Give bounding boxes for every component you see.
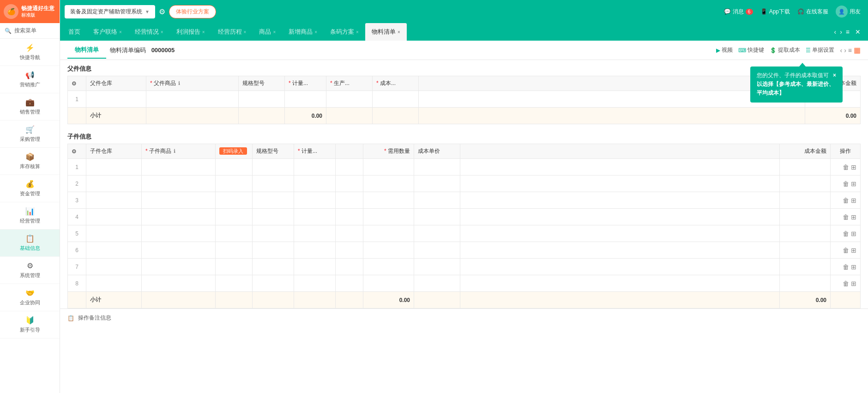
online-service-button[interactable]: 🎧 在线客服 (797, 8, 828, 16)
action-video[interactable]: ▶ 视频 (716, 46, 733, 54)
child-row-6-product[interactable] (142, 242, 216, 259)
tab-barcode[interactable]: 条码方案 × (324, 23, 365, 41)
tab-close-profit[interactable]: × (202, 30, 205, 35)
child-row-6-spec[interactable] (253, 242, 294, 259)
copy-icon[interactable]: ⊞ (851, 163, 856, 171)
pagination-next[interactable]: › (844, 47, 846, 54)
sidebar-item-basic-info[interactable]: 📋 基础信息 (0, 230, 60, 257)
trial-button[interactable]: 体验行业方案 (169, 5, 216, 18)
pagination-prev[interactable]: ‹ (840, 47, 842, 54)
delete-icon[interactable]: 🗑 (843, 213, 849, 221)
grid-icon[interactable]: ▦ (854, 46, 861, 54)
child-row-5-product[interactable] (142, 225, 216, 242)
sidebar-search[interactable]: 🔍 搜索菜单 (0, 23, 60, 39)
sidebar-item-finance[interactable]: 💰 资金管理 (0, 175, 60, 202)
child-row-1-warehouse[interactable] (86, 159, 142, 175)
child-row-7-qty[interactable] (363, 259, 414, 275)
child-row-7-product[interactable] (142, 259, 216, 275)
child-row-4-qty[interactable] (363, 209, 414, 225)
settings-icon[interactable]: ⚙ (159, 7, 165, 16)
action-shortcut[interactable]: ⌨ 快捷键 (738, 46, 764, 54)
child-row-3-warehouse[interactable] (86, 192, 142, 209)
child-row-6-warehouse[interactable] (86, 242, 142, 259)
child-row-6-unit[interactable] (294, 242, 336, 259)
child-row-8-unit-cost[interactable] (414, 275, 460, 292)
close-all-tabs[interactable]: ✕ (853, 27, 862, 36)
delete-icon[interactable]: 🗑 (843, 280, 849, 287)
child-row-2-qty[interactable] (363, 175, 414, 192)
child-row-8-warehouse[interactable] (86, 275, 142, 292)
child-row-7-unit[interactable] (294, 259, 336, 275)
child-row-7-spec[interactable] (253, 259, 294, 275)
copy-icon[interactable]: ⊞ (851, 247, 856, 254)
tab-profit[interactable]: 利润报告 × (170, 23, 211, 41)
tab-bom[interactable]: 物料清单 × (365, 23, 407, 41)
child-row-1-unit[interactable] (294, 159, 336, 175)
child-row-4-spec[interactable] (253, 209, 294, 225)
tabs-menu[interactable]: ≡ (844, 27, 851, 36)
col-settings-icon[interactable]: ⚙ (72, 80, 77, 87)
child-row-7-warehouse[interactable] (86, 259, 142, 275)
child-row-3-unit[interactable] (294, 192, 336, 209)
sidebar-item-system[interactable]: ⚙ 系统管理 (0, 257, 60, 284)
child-row-3-spec[interactable] (253, 192, 294, 209)
sidebar-item-quick-nav[interactable]: ⚡ 快捷导航 (0, 39, 60, 66)
child-row-8-qty[interactable] (363, 275, 414, 292)
child-row-8-spec[interactable] (253, 275, 294, 292)
child-row-5-unit[interactable] (294, 225, 336, 242)
copy-icon[interactable]: ⊞ (851, 280, 856, 287)
scan-button[interactable]: 扫码录入 (219, 147, 247, 155)
tab-ops-history[interactable]: 经营历程 × (211, 23, 253, 41)
tab-close-hist[interactable]: × (244, 30, 247, 35)
child-row-4-unit-cost[interactable] (414, 209, 460, 225)
action-settings[interactable]: ☰ 单据设置 (806, 46, 834, 54)
child-row-3-qty[interactable] (363, 192, 414, 209)
delete-icon[interactable]: 🗑 (843, 163, 849, 171)
tab-home[interactable]: 首页 (62, 23, 87, 41)
copy-icon[interactable]: ⊞ (851, 230, 856, 237)
child-row-7-unit-cost[interactable] (414, 259, 460, 275)
child-row-4-product[interactable] (142, 209, 216, 225)
sidebar-item-operations[interactable]: 📊 经营管理 (0, 202, 60, 230)
copy-icon[interactable]: ⊞ (851, 213, 856, 221)
child-row-3-product[interactable] (142, 192, 216, 209)
child-row-5-spec[interactable] (253, 225, 294, 242)
child-row-2-warehouse[interactable] (86, 175, 142, 192)
child-row-8-unit[interactable] (294, 275, 336, 292)
tabs-scroll-right[interactable]: › (838, 27, 844, 36)
sidebar-item-marketing[interactable]: 📢 营销推广 (0, 66, 60, 93)
child-row-2-product[interactable] (142, 175, 216, 192)
tab-close-bom[interactable]: × (398, 30, 400, 35)
tab-close-barcode[interactable]: × (356, 30, 359, 35)
tab-operations-status[interactable]: 经营情况 × (128, 23, 170, 41)
sidebar-item-guide[interactable]: 🔰 新手引导 (0, 311, 60, 339)
child-row-5-unit-cost[interactable] (414, 225, 460, 242)
child-row-6-qty[interactable] (363, 242, 414, 259)
sidebar-item-sales[interactable]: 💼 销售管理 (0, 93, 60, 121)
sidebar-item-inventory[interactable]: 📦 库存核算 (0, 148, 60, 175)
tab-customer[interactable]: 客户联络 × (87, 23, 128, 41)
child-col-settings-icon[interactable]: ⚙ (72, 148, 77, 155)
action-cost[interactable]: 💲 提取成本 (770, 46, 800, 54)
app-download-button[interactable]: 📱 App下载 (760, 8, 790, 16)
sidebar-item-cooperation[interactable]: 🤝 企业协同 (0, 284, 60, 311)
tabs-scroll-left[interactable]: ‹ (832, 27, 838, 36)
child-row-3-unit-cost[interactable] (414, 192, 460, 209)
system-selector[interactable]: 装备及固定资产辅助管理系统 ▼ (65, 5, 155, 18)
copy-icon[interactable]: ⊞ (851, 263, 856, 271)
child-row-1-qty[interactable] (363, 159, 414, 175)
delete-icon[interactable]: 🗑 (843, 197, 849, 204)
child-row-1-spec[interactable] (253, 159, 294, 175)
delete-icon[interactable]: 🗑 (843, 230, 849, 237)
tab-close-customer[interactable]: × (119, 30, 122, 35)
parent-row-1-production[interactable] (326, 91, 373, 108)
parent-row-1-product[interactable] (146, 91, 239, 108)
sub-tab-list[interactable]: 物料清单 (67, 42, 106, 59)
child-row-1-unit-cost[interactable] (414, 159, 460, 175)
parent-row-1-unit[interactable] (285, 91, 326, 108)
tab-close-ops[interactable]: × (161, 30, 163, 35)
child-row-4-warehouse[interactable] (86, 209, 142, 225)
child-row-5-qty[interactable] (363, 225, 414, 242)
copy-icon[interactable]: ⊞ (851, 197, 856, 204)
child-row-8-product[interactable] (142, 275, 216, 292)
